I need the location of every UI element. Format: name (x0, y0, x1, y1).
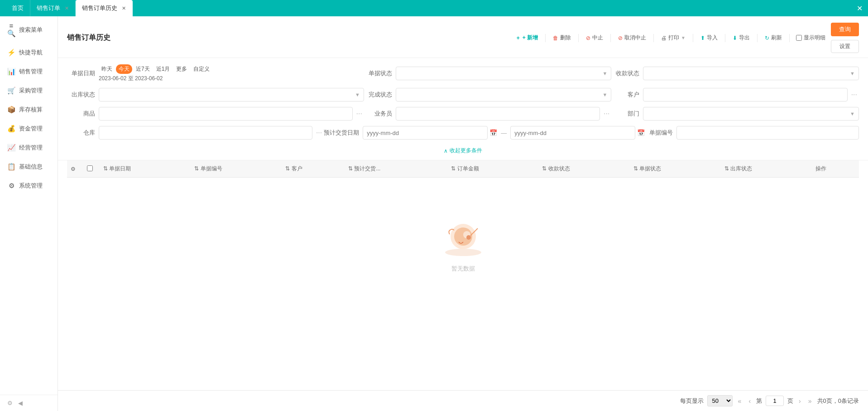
sidebar-item-basic-info[interactable]: 📋 基础信息 (0, 157, 58, 176)
display-detail-checkbox[interactable] (796, 35, 802, 41)
settings-button[interactable]: 设置 (831, 40, 859, 53)
sidebar-item-search-menu[interactable]: ≡🔍 搜索菜单 (0, 16, 58, 43)
bill-number-input[interactable] (676, 126, 859, 140)
svg-point-4 (466, 235, 471, 240)
tab-home[interactable]: 首页 (5, 0, 30, 16)
date-tag-more[interactable]: 更多 (173, 64, 190, 74)
calendar-end-icon[interactable]: 📅 (637, 129, 645, 136)
bill-status-filter-item: 单据状态 ▼ (364, 67, 612, 80)
product-filter-item: 商品 ··· (67, 107, 364, 121)
bill-status-arrow-icon: ▼ (603, 71, 608, 76)
calendar-start-icon[interactable]: 📅 (489, 129, 497, 136)
empty-text: 暂无数据 (451, 265, 475, 273)
sidebar-item-inventory-calc[interactable]: 📦 库存核算 (0, 100, 58, 119)
expected-date-end[interactable] (510, 126, 635, 140)
department-label: 部门 (611, 110, 643, 118)
filter-row-3: 商品 ··· 业务员 ··· 部门 (67, 107, 859, 121)
warehouse-filter-item: 仓库 ··· (67, 126, 324, 140)
prev-page-button[interactable]: ‹ (747, 396, 753, 406)
sidebar-item-sales-mgmt[interactable]: 📊 销售管理 (0, 62, 58, 81)
table-settings-icon[interactable]: ⚙ (71, 166, 76, 172)
date-tag-7days[interactable]: 近7天 (133, 64, 153, 74)
sidebar-bottom: ⚙ ◀ (0, 395, 58, 411)
table-header: ⚙ ⇅ 单据日期 ⇅ 单据编号 ⇅ 客户 (67, 160, 859, 178)
sidebar-item-fund-mgmt[interactable]: 💰 资金管理 (0, 119, 58, 138)
new-button[interactable]: + + 新增 (512, 32, 542, 44)
refresh-button[interactable]: ↻ 刷新 (760, 32, 786, 44)
quick-nav-icon: ⚡ (7, 48, 15, 57)
receipt-status-select[interactable]: ▼ (643, 67, 859, 80)
sidebar-item-sys-mgmt[interactable]: ⚙ 系统管理 (0, 176, 58, 195)
page-title: 销售订单历史 (67, 33, 110, 43)
next-page-button[interactable]: › (797, 396, 803, 406)
print-button[interactable]: 🖨 打印 ▼ (657, 32, 690, 44)
complete-status-filter-item: 完成状态 ▼ (364, 88, 612, 102)
close-history-tab[interactable]: ✕ (122, 5, 126, 11)
bill-status-select[interactable]: ▼ (396, 67, 612, 80)
sidebar-item-purchase-mgmt[interactable]: 🛒 采购管理 (0, 81, 58, 100)
sidebar-item-ops-mgmt[interactable]: 📈 经营管理 (0, 138, 58, 157)
department-select[interactable]: ▼ (643, 107, 859, 121)
product-more-icon[interactable]: ··· (355, 110, 364, 118)
page-word: 第 (756, 397, 762, 405)
th-outbound-status: ⇅ 出库状态 (721, 160, 812, 178)
stop-button[interactable]: ⊘ 中止 (581, 32, 608, 44)
sidebar-settings-icon[interactable]: ⚙ (7, 400, 13, 406)
date-label: 单据日期 (67, 69, 99, 77)
delete-button[interactable]: 🗑 删除 (548, 32, 575, 44)
query-button[interactable]: 查询 (831, 23, 859, 36)
warehouse-more-icon[interactable]: ··· (314, 129, 324, 137)
current-page-input[interactable] (766, 396, 784, 406)
department-control: ▼ (643, 107, 859, 121)
date-tag-1month[interactable]: 近1月 (153, 64, 173, 74)
date-tag-yesterday[interactable]: 昨天 (99, 64, 115, 74)
inventory-calc-icon: 📦 (7, 106, 15, 114)
import-button[interactable]: ⬆ 导入 (696, 32, 722, 44)
filter-area: 单据日期 昨天 今天 近7天 近1月 更多 自定义 2023-06-02 (58, 58, 868, 160)
fund-mgmt-icon: 💰 (7, 125, 15, 133)
print-icon: 🖨 (661, 35, 667, 41)
purchase-mgmt-icon: 🛒 (7, 87, 15, 95)
th-expected-delivery: ⇅ 预计交货... (345, 160, 447, 178)
top-bar-right: ✕ (857, 4, 863, 13)
print-arrow-icon: ▼ (681, 35, 686, 40)
date-tag-custom[interactable]: 自定义 (191, 64, 212, 74)
collapse-up-icon: ∧ (444, 148, 448, 154)
first-page-button[interactable]: « (736, 396, 743, 406)
close-sales-order-tab[interactable]: ✕ (65, 5, 69, 11)
customer-filter-item: 客户 ··· (611, 88, 859, 102)
outbound-status-select[interactable]: ▼ (99, 88, 364, 102)
collapse-link[interactable]: ∧ 收起更多条件 (67, 145, 859, 156)
bill-status-control: ▼ (396, 67, 612, 80)
sidebar-item-quick-nav[interactable]: ⚡ 快捷导航 (0, 43, 58, 62)
salesperson-more-icon[interactable]: ··· (602, 110, 611, 118)
empty-illustration (436, 214, 490, 259)
expected-date-start[interactable] (363, 126, 488, 140)
tab-sales-order-history[interactable]: 销售订单历史 ✕ (76, 0, 133, 16)
complete-status-select[interactable]: ▼ (396, 88, 612, 102)
salesperson-filter-item: 业务员 ··· (364, 107, 612, 121)
warehouse-input[interactable] (99, 126, 312, 140)
table-footer: 每页显示 20 50 100 « ‹ 第 页 › » 共0页，0条记录 (58, 390, 868, 411)
date-filter-item: 单据日期 昨天 今天 近7天 近1月 更多 自定义 2023-06-02 (67, 64, 364, 82)
sidebar-collapse-icon[interactable]: ◀ (18, 400, 23, 406)
date-filter-wrap: 昨天 今天 近7天 近1月 更多 自定义 2023-06-02 至 2023-0… (99, 64, 212, 82)
content-area: 销售订单历史 + + 新增 🗑 删除 ⊘ 中止 ⊘ (58, 16, 868, 411)
query-settings-group: 查询 设置 (831, 23, 859, 53)
tab-sales-order[interactable]: 销售订单 ✕ (30, 0, 76, 16)
salesperson-input[interactable] (396, 107, 600, 121)
select-all-checkbox[interactable] (87, 165, 93, 171)
customer-input[interactable] (643, 88, 847, 102)
product-input[interactable] (99, 107, 353, 121)
import-icon: ⬆ (700, 35, 705, 41)
svg-point-0 (445, 249, 481, 256)
export-button[interactable]: ⬇ 导出 (728, 32, 754, 44)
date-tag-today[interactable]: 今天 (116, 64, 132, 74)
outbound-status-control: ▼ (99, 88, 364, 102)
last-page-button[interactable]: » (806, 396, 814, 406)
close-window-button[interactable]: ✕ (857, 4, 863, 13)
customer-more-icon[interactable]: ··· (849, 91, 859, 99)
table-header-row: ⚙ ⇅ 单据日期 ⇅ 单据编号 ⇅ 客户 (67, 160, 859, 178)
cancel-stop-button[interactable]: ⊘ 取消中止 (614, 32, 651, 44)
page-size-select[interactable]: 20 50 100 (707, 395, 733, 406)
